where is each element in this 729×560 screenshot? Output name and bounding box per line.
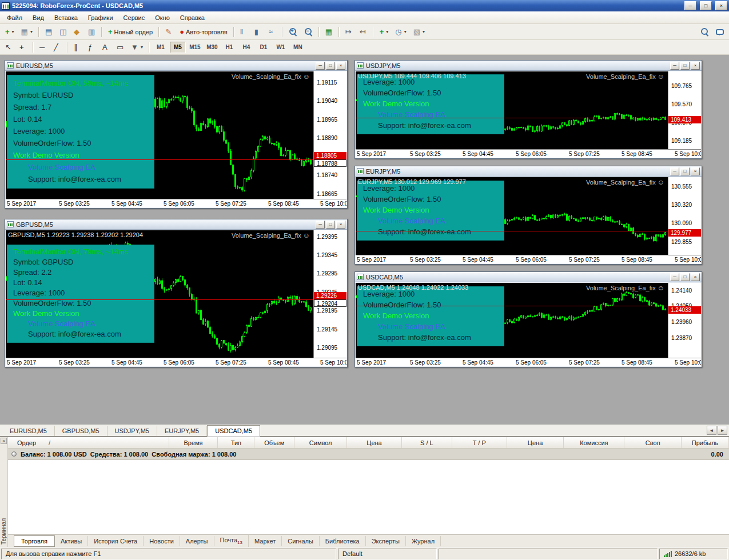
chart-plot[interactable]: TerminalMonitor ON, 59ms, ~14msSymbol: E… [6, 71, 313, 199]
terminal-tab-Маркет[interactable]: Маркет [249, 536, 282, 546]
chart-plot[interactable]: Leverage: 1000VolumeOrderFlow: 1.50Work … [356, 283, 667, 358]
terminal-close-button[interactable]: × [1, 438, 7, 444]
menu-item-Справка[interactable]: Справка [175, 13, 210, 23]
terminal-tab-Журнал[interactable]: Журнал [406, 536, 441, 546]
chart-minimize-button[interactable]: ─ [316, 221, 325, 229]
price-scale[interactable]: 1.293951.293451.292951.292451.291951.291… [313, 230, 346, 358]
chart-restore-button[interactable]: □ [326, 221, 335, 229]
menu-item-Окно[interactable]: Окно [150, 13, 175, 23]
autotrading-button[interactable]: ●Авто-торговля [177, 26, 230, 38]
channel-tool-button[interactable]: ∥ [71, 41, 84, 54]
terminal-tab-Библиотека[interactable]: Библиотека [320, 536, 366, 546]
terminal-tab-Активы[interactable]: Активы [55, 536, 88, 546]
chart-minimize-button[interactable]: ─ [670, 167, 679, 175]
timeframe-M30-button[interactable]: M30 [204, 42, 220, 53]
zoom-out-button[interactable]: − [301, 26, 316, 38]
timeframe-D1-button[interactable]: D1 [256, 42, 272, 53]
data-window-button[interactable]: ◫ [57, 26, 70, 38]
minimize-button[interactable]: ─ [684, 1, 696, 10]
timeframe-MN-button[interactable]: MN [290, 42, 306, 53]
chart-restore-button[interactable]: □ [680, 167, 690, 175]
chart-minimize-button[interactable]: ─ [316, 62, 325, 70]
terminal-tab-Эксперты[interactable]: Эксперты [366, 536, 406, 546]
column-header-0[interactable]: Ордер/ [8, 437, 169, 448]
column-header-11[interactable]: Прибыль [682, 437, 729, 448]
terminal-tab-История Счета[interactable]: История Счета [88, 536, 144, 546]
price-scale[interactable]: 1.191151.190401.189651.188901.188151.187… [313, 71, 346, 199]
bars-mode-button[interactable]: ‖ [237, 26, 250, 38]
chart-close-button[interactable]: × [336, 221, 345, 229]
tab-scroll-left-button[interactable]: ◄ [707, 426, 716, 435]
arrows-tool-button[interactable]: ▼▾ [128, 41, 146, 54]
horizontal-line-tool-button[interactable]: ─ [37, 41, 50, 54]
chart-shift-button[interactable]: ↤ [357, 26, 370, 38]
menu-item-Сервис[interactable]: Сервис [118, 13, 150, 23]
chart-tab-EURJPY,M5[interactable]: EURJPY,M5 [157, 426, 207, 436]
restore-button[interactable]: □ [700, 1, 712, 10]
indicators-button[interactable]: +▾ [377, 26, 392, 38]
column-header-2[interactable]: Тип [218, 437, 254, 448]
tile-windows-button[interactable]: ▦ [322, 26, 336, 38]
line-mode-button[interactable]: ≈ [266, 26, 279, 38]
column-header-1[interactable]: Время [169, 437, 218, 448]
chat-button[interactable] [713, 26, 727, 38]
chart-window-titlebar[interactable]: USDCAD,M5─□× [355, 272, 702, 282]
column-header-4[interactable]: Символ [294, 437, 347, 448]
terminal-tab-Почта[interactable]: Почта13 [214, 535, 249, 547]
profiles-button[interactable]: ▦▾ [18, 26, 35, 38]
column-header-3[interactable]: Объем [254, 437, 294, 448]
chart-restore-button[interactable]: □ [680, 62, 690, 70]
templates-button[interactable]: ▧▾ [411, 26, 428, 38]
search-button[interactable] [698, 26, 712, 38]
label-tool-button[interactable]: ▭ [114, 41, 127, 54]
metaeditor-button[interactable]: ✎ [162, 26, 176, 38]
chart-window-titlebar[interactable]: EURUSD,M5─□× [5, 61, 347, 71]
timeframe-H4-button[interactable]: H4 [238, 42, 254, 53]
timeframe-M1-button[interactable]: M1 [153, 42, 169, 53]
chart-close-button[interactable]: × [336, 62, 345, 70]
trendline-tool-button[interactable]: ╱ [51, 41, 64, 54]
column-header-9[interactable]: Комиссия [564, 437, 624, 448]
fibonacci-tool-button[interactable]: ƒ [85, 41, 98, 54]
column-header-8[interactable]: Цена [507, 437, 564, 448]
chart-minimize-button[interactable]: ─ [670, 273, 679, 281]
terminal-tab-Торговля[interactable]: Торговля [14, 535, 55, 547]
title-bar[interactable]: 5225094: RoboForex-ProCent - USDCAD,M5 ─… [0, 0, 729, 11]
chart-close-button[interactable]: × [691, 167, 700, 175]
chart-restore-button[interactable]: □ [680, 273, 690, 281]
chart-tab-GBPUSD,M5[interactable]: GBPUSD,M5 [55, 426, 107, 436]
auto-scroll-button[interactable]: ↦ [342, 26, 356, 38]
chart-plot[interactable]: Leverage: 1000VolumeOrderFlow: 1.50Work … [356, 177, 667, 255]
menu-item-Вид[interactable]: Вид [27, 13, 49, 23]
price-scale[interactable]: 109.765109.570109.375109.185109.413 [668, 71, 701, 149]
chart-tab-EURUSD,M5[interactable]: EURUSD,M5 [2, 426, 55, 436]
zoom-in-button[interactable]: + [286, 26, 300, 38]
column-header-7[interactable]: T / P [452, 437, 507, 448]
chart-plot[interactable]: TerminalMonitor ON, 79ms, ~14msSymbol: G… [6, 230, 313, 358]
chart-window-titlebar[interactable]: GBPUSD,M5─□× [5, 219, 347, 230]
terminal-tab-Новости[interactable]: Новости [144, 536, 180, 546]
terminal-tab-Сигналы[interactable]: Сигналы [282, 536, 320, 546]
chart-tab-USDCAD,M5[interactable]: USDCAD,M5 [207, 425, 260, 437]
new-chart-button[interactable]: +▾ [2, 26, 17, 38]
terminal-tab-Алерты[interactable]: Алерты [180, 536, 214, 546]
terminal-panel-button[interactable]: ▥ [85, 26, 98, 38]
column-header-5[interactable]: Цена [347, 437, 402, 448]
chart-tab-USDJPY,M5[interactable]: USDJPY,M5 [107, 426, 157, 436]
chart-window-titlebar[interactable]: USDJPY,M5─□× [355, 61, 702, 71]
column-header-6[interactable]: S / L [402, 437, 452, 448]
navigator-button[interactable]: ◆ [71, 26, 84, 38]
market-watch-button[interactable]: ▤ [42, 26, 55, 38]
timeframe-H1-button[interactable]: H1 [221, 42, 237, 53]
menu-item-Вставка[interactable]: Вставка [49, 13, 83, 23]
column-header-10[interactable]: Своп [624, 437, 682, 448]
chart-window-titlebar[interactable]: EURJPY,M5─□× [355, 166, 702, 177]
crosshair-tool-button[interactable]: + [17, 41, 30, 54]
menu-item-Файл[interactable]: Файл [2, 13, 27, 23]
chart-restore-button[interactable]: □ [326, 62, 335, 70]
timeframe-W1-button[interactable]: W1 [273, 42, 289, 53]
periods-button[interactable]: ◷▾ [392, 26, 409, 38]
price-scale[interactable]: 130.555130.320130.090129.855129.977 [668, 177, 701, 255]
candles-mode-button[interactable]: ▮ [252, 26, 265, 38]
chart-close-button[interactable]: × [691, 273, 700, 281]
